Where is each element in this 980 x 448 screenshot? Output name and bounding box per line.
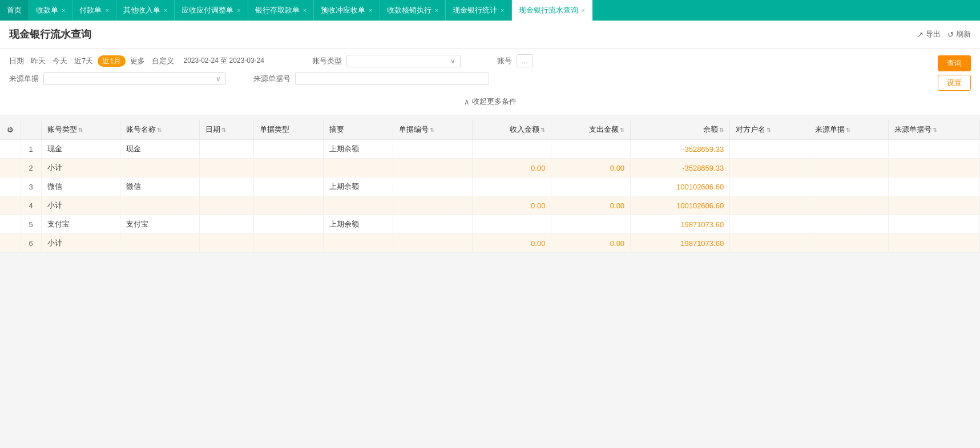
nav-tab-ap-adjust[interactable]: 应收应付调整单× bbox=[175, 0, 248, 21]
table-row: 2小计0.000.00-3528659.33 bbox=[0, 159, 980, 177]
nav-tab-other-income[interactable]: 其他收入单× bbox=[116, 0, 175, 21]
nav-tab-close-cash-bank-stat[interactable]: × bbox=[501, 7, 504, 14]
cell-doc-type bbox=[254, 196, 324, 215]
nav-tab-advance-offset[interactable]: 预收冲应收单× bbox=[314, 0, 380, 21]
cell-account-type: 小计 bbox=[41, 196, 120, 215]
cell-summary: 上期余额 bbox=[324, 140, 393, 159]
cell-account-name bbox=[120, 196, 200, 215]
account-no-dots-button[interactable]: ... bbox=[517, 54, 533, 67]
cell-expense: 0.00 bbox=[551, 234, 631, 253]
cell-date bbox=[199, 215, 253, 234]
cell-settings bbox=[0, 177, 21, 196]
cell-settings bbox=[0, 234, 21, 253]
cell-doc-type bbox=[254, 215, 324, 234]
nav-tab-receipt[interactable]: 收款单× bbox=[29, 0, 72, 21]
source-doc-chevron-icon: ∨ bbox=[216, 75, 221, 83]
cell-doc-type bbox=[254, 140, 324, 159]
nav-tab-close-payment[interactable]: × bbox=[105, 7, 108, 14]
date-opt-7days[interactable]: 近7天 bbox=[72, 55, 95, 67]
cell-rownum: 5 bbox=[21, 215, 41, 234]
cell-doc-type bbox=[254, 159, 324, 177]
export-button[interactable]: ↗ 导出 bbox=[917, 29, 941, 39]
nav-tab-bank-deposit[interactable]: 银行存取款单× bbox=[248, 0, 314, 21]
sort-date-icon: ⇅ bbox=[221, 127, 226, 133]
cell-source-doc-no bbox=[888, 215, 979, 234]
collapse-button[interactable]: ∧ 收起更多条件 bbox=[464, 94, 517, 109]
table-col-account-name[interactable]: 账号名称⇅ bbox=[120, 120, 200, 140]
cell-balance: 100102606.60 bbox=[631, 177, 730, 196]
date-options: 昨天 今天 近7天 近1月 更多 自定义 bbox=[29, 55, 176, 67]
cell-income bbox=[472, 177, 551, 196]
sort-source-doc-no-icon: ⇅ bbox=[933, 127, 937, 133]
sort-source-doc-icon: ⇅ bbox=[846, 127, 850, 133]
header-actions: ↗ 导出 ↺ 刷新 bbox=[917, 29, 971, 46]
nav-tab-close-other-income[interactable]: × bbox=[164, 7, 167, 14]
account-no-filter-group: 账号 ... bbox=[497, 54, 533, 67]
date-opt-more[interactable]: 更多 bbox=[128, 55, 147, 67]
nav-tab-cash-bank-flow[interactable]: 现金银行流水查询× bbox=[512, 0, 592, 21]
refresh-button[interactable]: ↺ 刷新 bbox=[947, 29, 971, 39]
collapse-icon: ∧ bbox=[464, 98, 470, 106]
cell-date bbox=[199, 159, 253, 177]
cell-doc-no bbox=[393, 140, 473, 159]
table-col-date[interactable]: 日期⇅ bbox=[199, 120, 253, 140]
table-col-summary: 摘要 bbox=[324, 120, 393, 140]
table-col-expense[interactable]: 支出金额⇅ bbox=[551, 120, 631, 140]
table-row: 5支付宝支付宝上期余额19871073.60 bbox=[0, 215, 980, 234]
nav-tab-close-bank-deposit[interactable]: × bbox=[303, 7, 306, 14]
table-col-counterparty[interactable]: 对方户名⇅ bbox=[730, 120, 809, 140]
nav-tab-close-receipt[interactable]: × bbox=[62, 7, 65, 14]
cell-income bbox=[472, 215, 551, 234]
nav-tab-close-ap-adjust[interactable]: × bbox=[237, 7, 240, 14]
cell-income: 0.00 bbox=[472, 159, 551, 177]
date-range-display: 2023-02-24 至 2023-03-24 bbox=[183, 56, 264, 66]
source-doc-select[interactable]: ∨ bbox=[43, 72, 226, 85]
cell-counterparty bbox=[730, 196, 809, 215]
cell-doc-no bbox=[393, 177, 473, 196]
cell-balance: -3528659.33 bbox=[631, 140, 730, 159]
cell-source-doc bbox=[809, 159, 888, 177]
table-col-source-doc-no[interactable]: 来源单据号⇅ bbox=[888, 120, 979, 140]
sort-account-type-icon: ⇅ bbox=[78, 127, 83, 133]
cell-counterparty bbox=[730, 159, 809, 177]
nav-tab-payment[interactable]: 付款单× bbox=[72, 0, 116, 21]
cell-expense: 0.00 bbox=[551, 159, 631, 177]
nav-tab-close-cash-bank-flow[interactable]: × bbox=[582, 7, 585, 14]
cell-date bbox=[199, 177, 253, 196]
cell-account-name bbox=[120, 159, 200, 177]
date-opt-custom[interactable]: 自定义 bbox=[150, 55, 176, 67]
sort-counterparty-icon: ⇅ bbox=[767, 127, 771, 133]
table-row: 1现金现金上期余额-3528659.33 bbox=[0, 140, 980, 159]
table-col-source-doc[interactable]: 来源单据⇅ bbox=[809, 120, 888, 140]
settings-button[interactable]: 设置 bbox=[938, 75, 971, 91]
page-header: 现金银行流水查询 ↗ 导出 ↺ 刷新 bbox=[0, 21, 980, 49]
cell-income: 0.00 bbox=[472, 196, 551, 215]
table-col-doc-no[interactable]: 单据编号⇅ bbox=[393, 120, 473, 140]
nav-tab-cash-bank-stat[interactable]: 现金银行统计× bbox=[446, 0, 511, 21]
table-col-balance[interactable]: 余额⇅ bbox=[631, 120, 730, 140]
date-opt-today[interactable]: 今天 bbox=[50, 55, 70, 67]
table-col-settings[interactable]: ⚙ bbox=[0, 120, 21, 140]
date-opt-yesterday[interactable]: 昨天 bbox=[29, 55, 48, 67]
cell-doc-no bbox=[393, 234, 473, 253]
cell-counterparty bbox=[730, 215, 809, 234]
cell-date bbox=[199, 196, 253, 215]
table-col-income[interactable]: 收入金额⇅ bbox=[472, 120, 551, 140]
cell-source-doc bbox=[809, 177, 888, 196]
nav-tab-close-advance-offset[interactable]: × bbox=[369, 7, 372, 14]
nav-tab-collection-exec[interactable]: 收款核销执行× bbox=[380, 0, 446, 21]
cell-balance: 19871073.60 bbox=[631, 215, 730, 234]
cell-summary bbox=[324, 159, 393, 177]
nav-tab-close-collection-exec[interactable]: × bbox=[435, 7, 438, 14]
cell-source-doc bbox=[809, 140, 888, 159]
query-button[interactable]: 查询 bbox=[938, 55, 971, 71]
table-col-account-type[interactable]: 账号类型⇅ bbox=[41, 120, 120, 140]
nav-tab-home[interactable]: 首页 bbox=[0, 0, 29, 21]
account-type-select[interactable]: ∨ bbox=[346, 55, 461, 67]
account-no-label: 账号 bbox=[497, 56, 512, 66]
date-opt-1month[interactable]: 近1月 bbox=[98, 55, 126, 67]
table-header-row: ⚙ 账号类型⇅ 账号名称⇅ 日期⇅ 单据类型 摘要 单据编号⇅ 收入金 bbox=[0, 120, 980, 140]
source-doc-no-input[interactable] bbox=[295, 72, 489, 85]
cell-summary bbox=[324, 234, 393, 253]
filter-area: 日期 昨天 今天 近7天 近1月 更多 自定义 2023-02-24 至 202… bbox=[0, 49, 980, 115]
